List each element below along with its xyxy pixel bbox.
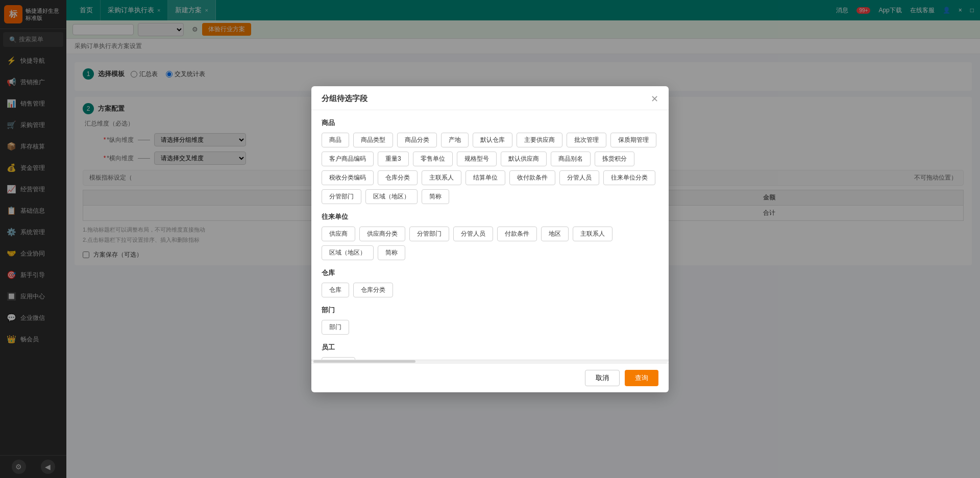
dialog-footer: 取消 查询: [311, 363, 669, 392]
field-chip-goods-默认供应商[interactable]: 默认供应商: [501, 152, 547, 166]
field-chip-goods-商品别名[interactable]: 商品别名: [551, 152, 591, 166]
field-chip-goods-收付款条件[interactable]: 收付款条件: [509, 170, 555, 185]
section-employee: 员工 业务员: [322, 343, 658, 360]
section-partner: 往来单位 供应商 供应商分类 分管部门 分管人员 付款条件 地区 主联系人 区域…: [322, 212, 658, 260]
dialog-header: 分组待选字段 ✕: [311, 86, 669, 110]
field-chip-goods-商品类型[interactable]: 商品类型: [353, 133, 393, 147]
field-chip-goods-拣货积分[interactable]: 拣货积分: [595, 152, 634, 166]
field-chip-goods-商品[interactable]: 商品: [322, 133, 349, 147]
field-chip-goods-简称[interactable]: 简称: [422, 189, 449, 204]
field-chip-goods-仓库分类[interactable]: 仓库分类: [378, 170, 418, 185]
section-goods: 商品 商品 商品类型 商品分类 产地 默认仓库 主要供应商 批次管理 保质期管理…: [322, 118, 658, 204]
field-chip-goods-默认仓库[interactable]: 默认仓库: [473, 133, 512, 147]
field-chip-partner-地区[interactable]: 地区: [541, 227, 569, 241]
field-chip-partner-区域地区[interactable]: 区域（地区）: [322, 245, 374, 260]
field-chip-partner-付款条件[interactable]: 付款条件: [497, 227, 537, 241]
confirm-button[interactable]: 查询: [625, 370, 658, 386]
field-select-dialog: 分组待选字段 ✕ 商品 商品 商品类型 商品分类 产地 默认仓库 主要供应商 批…: [311, 86, 669, 392]
section-warehouse: 仓库 仓库 仓库分类: [322, 268, 658, 297]
field-chip-goods-保质期管理[interactable]: 保质期管理: [610, 133, 656, 147]
field-chip-goods-分管人员[interactable]: 分管人员: [559, 170, 599, 185]
field-chip-goods-往来单位分类[interactable]: 往来单位分类: [603, 170, 655, 185]
field-chip-goods-分管部门[interactable]: 分管部门: [322, 189, 361, 204]
cancel-button[interactable]: 取消: [585, 370, 620, 386]
section-department: 部门 部门: [322, 306, 658, 335]
field-chip-partner-供应商分类[interactable]: 供应商分类: [359, 227, 405, 241]
partner-chips: 供应商 供应商分类 分管部门 分管人员 付款条件 地区 主联系人 区域（地区） …: [322, 227, 658, 260]
field-chip-goods-客户商品编码[interactable]: 客户商品编码: [322, 152, 374, 166]
field-chip-goods-产地[interactable]: 产地: [441, 133, 469, 147]
dialog-close-icon[interactable]: ✕: [651, 93, 658, 105]
field-chip-goods-税收分类编码[interactable]: 税收分类编码: [322, 170, 374, 185]
section-warehouse-title: 仓库: [322, 268, 658, 278]
warehouse-chips: 仓库 仓库分类: [322, 283, 658, 297]
field-chip-goods-结算单位[interactable]: 结算单位: [465, 170, 505, 185]
field-chip-partner-供应商[interactable]: 供应商: [322, 227, 355, 241]
field-chip-goods-规格型号[interactable]: 规格型号: [457, 152, 497, 166]
field-chip-goods-主要供应商[interactable]: 主要供应商: [517, 133, 562, 147]
field-chip-partner-主联系人[interactable]: 主联系人: [573, 227, 612, 241]
field-chip-goods-主联系人[interactable]: 主联系人: [422, 170, 461, 185]
field-chip-goods-重量3[interactable]: 重量3: [378, 152, 409, 166]
field-chip-goods-商品分类[interactable]: 商品分类: [397, 133, 437, 147]
field-chip-warehouse-仓库[interactable]: 仓库: [322, 283, 349, 297]
section-employee-title: 员工: [322, 343, 658, 352]
field-chip-goods-零售单位[interactable]: 零售单位: [413, 152, 453, 166]
dialog-overlay: 分组待选字段 ✕ 商品 商品 商品类型 商品分类 产地 默认仓库 主要供应商 批…: [0, 0, 980, 478]
goods-chips: 商品 商品类型 商品分类 产地 默认仓库 主要供应商 批次管理 保质期管理 客户…: [322, 133, 658, 204]
section-partner-title: 往来单位: [322, 212, 658, 221]
department-chips: 部门: [322, 320, 658, 335]
field-chip-goods-批次管理[interactable]: 批次管理: [567, 133, 606, 147]
field-chip-partner-简称[interactable]: 简称: [378, 245, 405, 260]
section-goods-title: 商品: [322, 118, 658, 128]
field-chip-partner-分管人员[interactable]: 分管人员: [453, 227, 493, 241]
field-chip-goods-区域地区[interactable]: 区域（地区）: [365, 189, 418, 204]
section-department-title: 部门: [322, 306, 658, 315]
field-chip-partner-分管部门[interactable]: 分管部门: [409, 227, 449, 241]
field-chip-dept-部门[interactable]: 部门: [322, 320, 349, 335]
dialog-body: 商品 商品 商品类型 商品分类 产地 默认仓库 主要供应商 批次管理 保质期管理…: [311, 110, 669, 360]
field-chip-warehouse-仓库分类[interactable]: 仓库分类: [353, 283, 393, 297]
dialog-title: 分组待选字段: [322, 94, 368, 104]
